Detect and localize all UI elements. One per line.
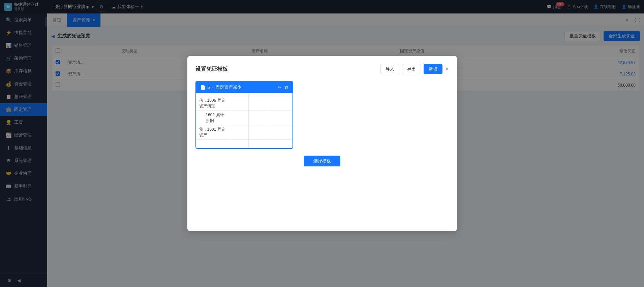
template-card-header: 📄 5 - 固定资产减少 ✏ 🗑 [196, 82, 293, 93]
template-row-empty [196, 140, 292, 148]
template-id: 5 [208, 85, 210, 90]
dialog-header: 设置凭证模板 导入 导出 新增 × [195, 64, 449, 74]
template-name: 固定资产减少 [215, 84, 242, 90]
template-row-3: 贷：1601 固定资产 [196, 125, 292, 140]
template-header-row [196, 93, 292, 96]
template-doc-icon: 📄 [200, 85, 206, 90]
import-button[interactable]: 导入 [380, 64, 399, 74]
export-button[interactable]: 导出 [402, 64, 421, 74]
dialog-title: 设置凭证模板 [195, 66, 228, 73]
delete-template-icon[interactable]: 🗑 [284, 85, 288, 90]
template-actions: ✏ 🗑 [278, 85, 288, 90]
template-row-2: 1602 累计折旧 [196, 111, 292, 125]
template-title-area: 📄 5 - 固定资产减少 [200, 84, 242, 90]
dialog-toolbar: 导入 导出 新增 × [380, 64, 449, 74]
set-template-dialog: 设置凭证模板 导入 导出 新增 × 📄 5 - 固定资产减少 ✏ 🗑 [187, 56, 457, 231]
template-body: 借：1606 固定资产清理 1602 累计折旧 贷：1601 固定资产 [196, 93, 293, 148]
dialog-close-button[interactable]: × [445, 66, 449, 72]
template-row-1: 借：1606 固定资产清理 [196, 96, 292, 111]
modal-overlay: 设置凭证模板 导入 导出 新增 × 📄 5 - 固定资产减少 ✏ 🗑 [0, 0, 644, 287]
new-template-button[interactable]: 新增 [424, 64, 442, 74]
edit-template-icon[interactable]: ✏ [278, 85, 281, 90]
template-separator: - [212, 85, 213, 90]
template-card: 📄 5 - 固定资产减少 ✏ 🗑 [195, 81, 293, 149]
select-template-button[interactable]: 选择模板 [304, 156, 340, 166]
